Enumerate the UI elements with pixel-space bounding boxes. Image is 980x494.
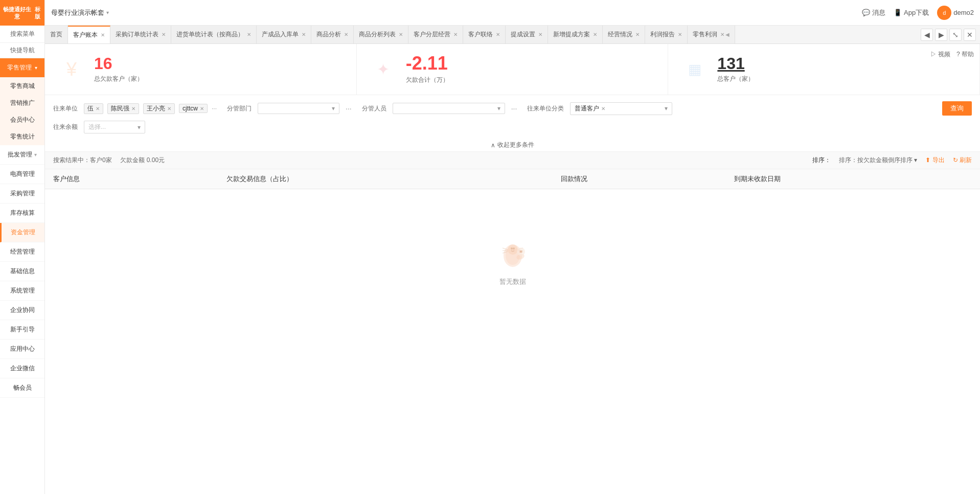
- class-select[interactable]: 普通客户 ✕ ▾: [570, 102, 672, 115]
- remove-tag-normal[interactable]: ✕: [601, 106, 605, 111]
- filter-area: 往来单位 伍 ✕ 陈民强 ✕ 王小亮 ✕ cjttcw ✕ ···: [45, 95, 980, 152]
- tab-scroll-left[interactable]: ◀: [921, 29, 933, 41]
- tab-close-retail-profit[interactable]: ✕: [720, 32, 724, 37]
- sidebar-item-member-center[interactable]: 会员中心: [0, 111, 44, 128]
- tab-close-commission-settings[interactable]: ✕: [538, 32, 542, 37]
- remove-tag-cjttcw[interactable]: ✕: [200, 106, 204, 111]
- sidebar-item-marketing[interactable]: 营销推广: [0, 95, 44, 111]
- tabbar: 首页 客户账本 ✕ 采购订单统计表 ✕ 进货单统计表（按商品） ✕ 产成品入库单…: [45, 26, 980, 44]
- person-select[interactable]: ▾: [393, 103, 505, 114]
- more-units-button[interactable]: ···: [212, 105, 217, 112]
- sidebar-item-ecommerce[interactable]: 电商管理: [0, 165, 44, 184]
- avatar: d: [937, 6, 951, 20]
- dept-select[interactable]: ▾: [258, 103, 339, 114]
- result-actions: 排序： 排序：按欠款金额倒序排序 ▾ ⬆ 导出 ↻ 刷新: [812, 156, 972, 165]
- tab-scroll-right[interactable]: ▶: [935, 29, 947, 41]
- tab-fullscreen[interactable]: ⤡: [949, 29, 962, 41]
- topbar-right: 💬 消息 📱 App下载 d demo2: [862, 6, 974, 20]
- tab-close-operations[interactable]: ✕: [635, 32, 640, 37]
- industry-chevron-icon: ▾: [106, 10, 109, 15]
- dept-dots[interactable]: ···: [346, 104, 352, 113]
- tab-new-commission[interactable]: 新增提成方案 ✕: [548, 26, 603, 44]
- sidebar-item-wholesale[interactable]: 批发管理 ▾: [0, 145, 44, 165]
- person-dots[interactable]: ···: [511, 104, 517, 113]
- filter-tag-cjttcw[interactable]: cjttcw ✕: [179, 104, 208, 113]
- tab-commission-settings[interactable]: 提成设置 ✕: [506, 26, 548, 44]
- tab-close-product-analysis-list[interactable]: ✕: [399, 32, 403, 37]
- filter-tag-chen[interactable]: 陈民强 ✕: [107, 103, 139, 114]
- filter-row-2: 往来余额 选择... ▾: [53, 121, 972, 133]
- svg-point-4: [511, 248, 513, 250]
- tab-close-customer-contact[interactable]: ✕: [496, 32, 500, 37]
- filter-tag-wang[interactable]: 王小亮 ✕: [143, 103, 175, 114]
- user-menu[interactable]: d demo2: [937, 6, 974, 20]
- remove-tag-chen[interactable]: ✕: [131, 106, 135, 111]
- sidebar-item-wechat[interactable]: 企业微信: [0, 359, 44, 378]
- tab-profit-report[interactable]: 利润报告 ✕: [645, 26, 688, 44]
- query-button[interactable]: 查询: [942, 101, 972, 116]
- tab-customer-ledger[interactable]: 客户账本 ✕: [68, 26, 110, 44]
- sidebar-item-retail-management[interactable]: 零售管理 ▾: [0, 58, 44, 78]
- tab-retail-profit[interactable]: 零售利润 ✕ ◀: [688, 26, 735, 44]
- tab-close-finished-goods[interactable]: ✕: [302, 32, 306, 37]
- help-link[interactable]: ? 帮助: [956, 50, 974, 59]
- tab-product-analysis-list[interactable]: 商品分析列表 ✕: [354, 26, 408, 44]
- stats-row: ¥ 16 总欠款客户（家） ✦ -2.11 欠款合计（万）: [45, 44, 980, 95]
- app-download-button[interactable]: 📱 App下载: [894, 8, 929, 17]
- sidebar: 畅捷通好生意 标版 搜索菜单 快捷导航 零售管理 ▾ 零售商城 营销推广 会员中…: [0, 0, 45, 494]
- quick-nav[interactable]: 快捷导航: [0, 43, 44, 58]
- sidebar-item-retail-mall[interactable]: 零售商城: [0, 78, 44, 95]
- tab-more[interactable]: ✕: [964, 29, 976, 41]
- sidebar-item-member[interactable]: 畅会员: [0, 378, 44, 398]
- class-chevron-icon: ▾: [665, 105, 668, 112]
- tab-customer-contact[interactable]: 客户联络 ✕: [463, 26, 506, 44]
- tab-finished-goods[interactable]: 产成品入库单 ✕: [257, 26, 311, 44]
- tab-close-customer-ledger[interactable]: ✕: [101, 32, 105, 38]
- refresh-button[interactable]: ↻ 刷新: [953, 156, 972, 165]
- message-button[interactable]: 💬 消息: [862, 8, 885, 17]
- table-header-row: 客户信息 欠款交易信息（占比） 回款情况 到期未收款日期: [45, 169, 980, 189]
- sidebar-item-inventory[interactable]: 库存核算: [0, 204, 44, 223]
- tab-close-profit-report[interactable]: ✕: [678, 32, 682, 37]
- tab-customer-tier[interactable]: 客户分层经营 ✕: [408, 26, 463, 44]
- tab-close-product-analysis[interactable]: ✕: [344, 32, 348, 37]
- sidebar-item-beginner[interactable]: 新手引导: [0, 320, 44, 340]
- person-chevron-icon: ▾: [497, 105, 500, 112]
- tab-inbound-stats[interactable]: 进货单统计表（按商品） ✕: [171, 26, 257, 44]
- tab-product-analysis[interactable]: 商品分析 ✕: [311, 26, 354, 44]
- remove-tag-wang[interactable]: ✕: [167, 106, 171, 111]
- sidebar-item-retail-stats[interactable]: 零售统计: [0, 128, 44, 145]
- tab-close-new-commission[interactable]: ✕: [593, 32, 597, 37]
- tab-home[interactable]: 首页: [45, 26, 68, 44]
- filter-row-1: 往来单位 伍 ✕ 陈民强 ✕ 王小亮 ✕ cjttcw ✕ ···: [53, 101, 972, 116]
- person-label: 分管人员: [362, 104, 386, 113]
- sidebar-item-basic-info[interactable]: 基础信息: [0, 262, 44, 281]
- filter-tag-unit[interactable]: 伍 ✕: [84, 103, 103, 114]
- sidebar-item-purchase[interactable]: 采购管理: [0, 184, 44, 204]
- sidebar-item-app-center[interactable]: 应用中心: [0, 340, 44, 359]
- page-actions: ▷ 视频 ? 帮助: [930, 50, 974, 59]
- tab-close-inbound-stats[interactable]: ✕: [247, 32, 251, 37]
- sidebar-item-finance[interactable]: 资金管理: [0, 223, 44, 242]
- balance-select[interactable]: 选择... ▾: [84, 121, 145, 133]
- result-text: 搜索结果中：客户0家: [53, 156, 112, 164]
- col-debt-info: 欠款交易信息（占比）: [218, 169, 553, 189]
- tab-close-customer-tier[interactable]: ✕: [453, 32, 458, 37]
- remove-tag-wu[interactable]: ✕: [96, 106, 100, 111]
- sidebar-item-operations[interactable]: 经营管理: [0, 242, 44, 262]
- sidebar-item-enterprise-collab[interactable]: 企业协同: [0, 301, 44, 320]
- message-icon: 💬: [862, 9, 870, 16]
- balance-label: 往来余额: [53, 123, 78, 131]
- tab-close-purchase-order-stats[interactable]: ✕: [162, 32, 166, 37]
- stat-icon-diamond: ✦: [369, 55, 398, 84]
- collapse-button[interactable]: ∧ 收起更多条件: [491, 141, 534, 149]
- sidebar-item-system[interactable]: 系统管理: [0, 281, 44, 301]
- video-link[interactable]: ▷ 视频: [930, 50, 950, 59]
- search-menu[interactable]: 搜索菜单: [0, 26, 44, 43]
- industry-selector[interactable]: 母婴行业演示帐套 ▾: [51, 8, 109, 17]
- tab-purchase-order-stats[interactable]: 采购订单统计表 ✕: [110, 26, 171, 44]
- export-button[interactable]: ⬆ 导出: [925, 156, 944, 165]
- sort-selector[interactable]: 排序：按欠款金额倒序排序 ▾: [839, 156, 917, 165]
- tab-operations[interactable]: 经营情况 ✕: [603, 26, 645, 44]
- page-content: ¥ 16 总欠款客户（家） ✦ -2.11 欠款合计（万）: [45, 44, 980, 494]
